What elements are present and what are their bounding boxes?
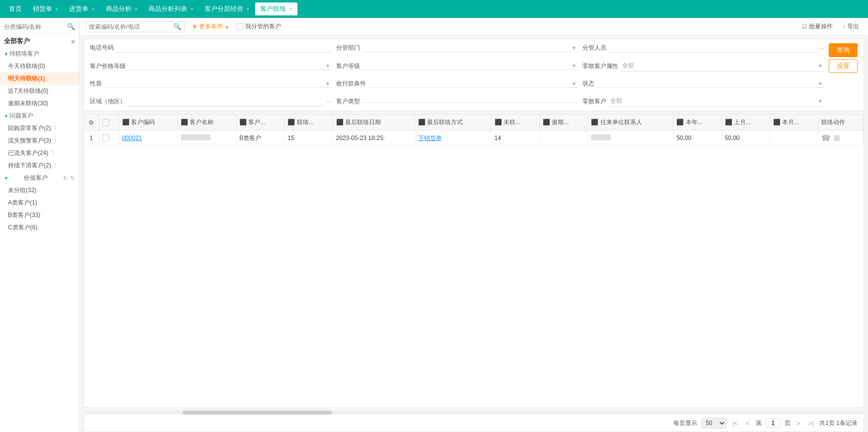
cell-last-date: 2023-05-23 18:25:	[333, 131, 415, 146]
cell-type: B类客户	[236, 131, 284, 146]
filter-phone: 电话号码	[90, 43, 332, 53]
payment-select[interactable]: ▼	[368, 80, 579, 88]
cell-seq: 1	[84, 131, 99, 146]
help-icon[interactable]: ?	[54, 138, 57, 144]
filter-buttons: 查询 设置	[829, 43, 858, 73]
sidebar-item-tomorrow-contact[interactable]: 明天待联络(1)	[0, 72, 79, 85]
grid-icon[interactable]: ⊞	[834, 134, 840, 143]
cell-not-contacted: 14	[491, 131, 539, 146]
nav-purchase-order[interactable]: 进货单 ×	[64, 2, 99, 15]
cell-name	[177, 131, 236, 146]
cell-contacts: 15	[285, 131, 333, 146]
cell-overdue	[540, 131, 588, 146]
retail-attr-select[interactable]: 全部 ▼	[620, 61, 825, 72]
nav-customer-segment[interactable]: 客户分层经营 ×	[200, 2, 254, 15]
nav-sales-order[interactable]: 销货单 ×	[28, 2, 63, 15]
filter-price-level: 客户价格等级 ▼	[90, 62, 332, 71]
pending-group-title: 待联络客户	[0, 48, 79, 60]
settings-icon[interactable]: ⚙	[88, 119, 94, 126]
help-icon[interactable]: ?	[54, 125, 57, 131]
customer-level-select[interactable]: ▼	[362, 62, 579, 70]
phone-input[interactable]	[116, 43, 332, 53]
area-input[interactable]	[128, 97, 324, 106]
sidebar-item-7days-contact[interactable]: 近7天待联络(0)	[0, 85, 79, 97]
status-select[interactable]: ▼	[596, 80, 825, 88]
refresh-icon[interactable]: ↻	[63, 175, 68, 182]
edit-icon[interactable]: ✎	[70, 175, 75, 182]
filter-row-3: 性质 ▼ 收付款条件 ▼	[90, 79, 825, 88]
cell-last-method[interactable]: 下销货单	[415, 131, 491, 146]
sidebar-search-icon[interactable]: 🔍	[67, 23, 75, 30]
close-icon[interactable]: ×	[289, 6, 292, 12]
sidebar-item-a-class[interactable]: A类客户(1)	[0, 197, 79, 209]
col-type: ⬛ 客户...	[236, 115, 284, 131]
page-size-select[interactable]: 50 20 100	[701, 418, 726, 429]
sidebar-item-ungrouped[interactable]: 未分组(32)	[0, 184, 79, 197]
sidebar-item-b-class[interactable]: B类客户(33)	[0, 209, 79, 221]
settings-button[interactable]: 设置	[829, 59, 858, 73]
sidebar-item-overdue-contact[interactable]: 逾期未联络(30)	[0, 97, 79, 110]
manager-input[interactable]	[608, 43, 817, 53]
more-options-icon[interactable]: ···	[326, 97, 332, 105]
export-button[interactable]: ↑ 导出	[840, 21, 862, 32]
close-icon[interactable]: ×	[135, 6, 138, 12]
header-checkbox[interactable]	[102, 119, 109, 126]
first-page-button[interactable]: |<	[730, 419, 740, 428]
sidebar-item-churned[interactable]: 已流失客户(24) ?	[0, 147, 79, 159]
help-icon[interactable]: ?	[51, 150, 54, 156]
batch-operation-button[interactable]: ☑ 批量操作	[799, 21, 836, 32]
filter-area: 区域（地区） ···	[90, 97, 332, 106]
collapse-icon[interactable]: «	[71, 37, 75, 45]
nav-product-analysis[interactable]: 商品分析 ×	[101, 2, 143, 15]
prev-page-button[interactable]: <	[744, 419, 752, 428]
next-page-button[interactable]: >	[795, 419, 802, 428]
sidebar-item-c-class[interactable]: C类客户(6)	[0, 221, 79, 234]
nav-home[interactable]: 首页	[4, 2, 27, 15]
chevron-down-icon: ▼	[325, 63, 330, 69]
filter-gender: 性质 ▼	[90, 79, 332, 88]
close-icon[interactable]: ×	[55, 6, 58, 12]
query-button[interactable]: 查询	[829, 43, 858, 57]
cell-this-month	[770, 131, 818, 146]
more-filters-button[interactable]: ▼ 更多条件 ▲	[189, 21, 232, 32]
close-icon[interactable]: ×	[91, 6, 94, 12]
col-action: 联络动作	[818, 115, 864, 131]
help-icon[interactable]: ?	[54, 162, 57, 168]
my-customers-checkbox[interactable]: 我分管的客户	[236, 22, 281, 31]
horizontal-scrollbar[interactable]	[83, 411, 864, 415]
filter-icon: ▼	[192, 23, 198, 30]
page-number-input[interactable]	[766, 419, 781, 428]
sort-icon: ⬛	[288, 119, 296, 126]
gender-select[interactable]: ▼	[104, 80, 332, 88]
nav-customer-contact[interactable]: 客户联络 ×	[255, 2, 297, 15]
customer-type-select[interactable]	[362, 100, 579, 103]
sidebar-item-today-contact[interactable]: 今天待联络(0)	[0, 60, 79, 72]
last-page-button[interactable]: >|	[806, 419, 815, 428]
checkbox-icon[interactable]	[236, 23, 243, 30]
more-options-icon[interactable]: ···	[819, 44, 825, 52]
cell-checkbox[interactable]	[99, 131, 119, 146]
sidebar-item-declining[interactable]: 持续下滑客户(2) ?	[0, 159, 79, 172]
col-last-month: ⬛ 上月...	[722, 115, 770, 131]
scrollbar-thumb[interactable]	[183, 411, 332, 415]
row-checkbox[interactable]	[102, 135, 109, 142]
dept-select[interactable]: ▼	[362, 44, 579, 52]
search-input[interactable]	[89, 23, 173, 30]
price-level-select[interactable]: ▼	[128, 62, 332, 70]
all-customers-header[interactable]: 全部客户 «	[0, 34, 79, 48]
contact-icon[interactable]: ☎	[821, 134, 831, 143]
chevron-down-icon: ▼	[325, 81, 330, 86]
nav-product-analysis-list[interactable]: 商品分析列表 ×	[144, 2, 198, 15]
retail-customer-select[interactable]: 全部 ▼	[608, 96, 825, 107]
col-this-year: ⬛ 本年...	[673, 115, 722, 131]
search-bar: 🔍 ▼ 更多条件 ▲ 我分管的客户 ☑ 批量操作 ↑ 导出	[79, 18, 868, 36]
sidebar-item-churn-warning[interactable]: 流失预警客户(3) ?	[0, 135, 79, 147]
col-checkbox[interactable]	[99, 115, 119, 131]
col-settings[interactable]: ⚙	[84, 115, 99, 131]
search-icon[interactable]: 🔍	[173, 23, 181, 30]
close-icon[interactable]: ×	[246, 6, 249, 12]
close-icon[interactable]: ×	[190, 6, 193, 12]
sidebar-search-input[interactable]	[4, 23, 67, 30]
sort-icon: ⬛	[239, 119, 248, 126]
sidebar-item-abnormal-repurchase[interactable]: 回购异常客户(2) ?	[0, 122, 79, 135]
